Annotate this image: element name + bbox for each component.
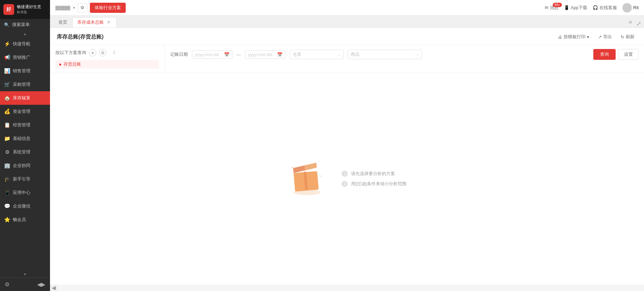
panel-close-icon[interactable]: × [627, 18, 634, 27]
sidebar-item-wechat[interactable]: 💬 企业微信 [0, 199, 50, 213]
sidebar-item-member[interactable]: ⭐ 畅会员 [0, 213, 50, 226]
page-header: 库存总账(存货总账) 🖨 按模板打印 ▾ ↗ 导出 ↻ 刷新 [50, 28, 644, 45]
calendar-start-icon[interactable]: 📅 [224, 52, 229, 57]
empty-illustration: ✦ ✦ ✦ [288, 159, 328, 199]
sidebar-item-quick-nav[interactable]: ⚡ 快捷导航 [0, 37, 50, 51]
topbar-left: ▓▓▓▓▓ ▾ ⚙ 体验行业方案 [55, 3, 541, 13]
right-panel[interactable]: ◀ [50, 285, 57, 291]
marketing-icon: 📢 [4, 54, 10, 60]
remove-scheme-button[interactable]: ⊙ [99, 49, 106, 56]
goods-placeholder: 商品 [351, 51, 360, 57]
print-button[interactable]: 🖨 按模板打印 ▾ [555, 32, 592, 41]
sidebar-item-app-center[interactable]: 📱 应用中心 [0, 186, 50, 199]
sidebar-item-label: 采购管理 [13, 81, 30, 88]
sidebar-item-label: 销售管理 [13, 68, 30, 74]
calendar-end-icon[interactable]: 📅 [277, 52, 282, 57]
panel-expand-icon[interactable]: ⤢ [636, 20, 641, 27]
filter-controls: 记账日期 yyyy-mm-dd 📅 — yyyy-mm-dd 📅 仓库 ··· [165, 45, 644, 73]
messages-button[interactable]: ✉ 消息 99+ [545, 5, 559, 11]
basic-info-icon: 📁 [4, 136, 10, 142]
app-download-button[interactable]: 📱 App下载 [564, 5, 587, 11]
refresh-label: 刷新 [626, 34, 635, 40]
sidebar-logo: 好 畅捷通好生意 标准版 [0, 0, 50, 19]
message-icon: ✉ [545, 5, 548, 10]
date-label: 记账日期 [170, 51, 188, 57]
empty-svg: ✦ ✦ ✦ [288, 159, 328, 199]
sidebar-scroll-up[interactable]: ▲ [0, 30, 50, 37]
sidebar-item-guide[interactable]: 🎓 新手引导 [0, 172, 50, 186]
goods-select[interactable]: 商品 ··· [348, 50, 422, 59]
sidebar-item-purchase[interactable]: 🛒 采购管理 [0, 78, 50, 91]
sidebar-item-enterprise[interactable]: 🏢 企业协同 [0, 159, 50, 172]
settings-footer-icon[interactable]: ⚙ [5, 281, 9, 288]
date-start-input[interactable]: yyyy-mm-dd 📅 [192, 50, 232, 59]
settings-button[interactable]: 设置 [618, 49, 639, 60]
scheme-item-inventory[interactable]: ● 存货总账 [55, 60, 159, 69]
sidebar-item-label: 资金管理 [13, 108, 30, 115]
add-scheme-button[interactable]: + [89, 49, 96, 56]
online-service-button[interactable]: 🎧 在线客服 [593, 5, 617, 11]
tab-close-icon[interactable]: × [106, 18, 112, 27]
wechat-icon: 💬 [4, 203, 10, 209]
service-icon: 🎧 [593, 5, 598, 10]
logo-icon: 好 [3, 4, 14, 15]
topbar-right: ✉ 消息 99+ 📱 App下载 🎧 在线客服 Rit [545, 3, 639, 13]
sidebar-item-label: 快捷导航 [13, 41, 30, 47]
export-button[interactable]: ↗ 导出 [595, 32, 615, 41]
sidebar-item-marketing[interactable]: 📢 营销推广 [0, 51, 50, 64]
user-menu[interactable]: Rit [622, 3, 639, 13]
logo-text: 畅捷通好生意 [17, 4, 41, 10]
empty-tips: 1 请先选择要分析的方案 2 用[过滤]条件来缩小分析范围 [342, 171, 406, 187]
warehouse-more-icon: ··· [337, 52, 341, 57]
refresh-button[interactable]: ↻ 刷新 [618, 32, 637, 41]
collapse-sidebar-icon[interactable]: ◀▶ [37, 281, 45, 288]
tab-home[interactable]: 首页 [53, 17, 72, 27]
tab-inventory-ledger[interactable]: 库存成本总账 × [72, 17, 117, 27]
sidebar-item-finance[interactable]: 💰 资金管理 [0, 105, 50, 118]
app-center-icon: 📱 [4, 190, 10, 196]
search-menu-label: 搜索菜单 [12, 22, 30, 28]
avatar [622, 3, 632, 13]
tip-text-1: 请先选择要分析的方案 [351, 171, 395, 177]
collapse-filter-button[interactable]: 《 [109, 49, 117, 56]
sidebar-scroll-down[interactable]: ▼ [0, 271, 50, 277]
warehouse-select[interactable]: 仓库 ··· [290, 50, 344, 59]
query-button[interactable]: 查询 [593, 49, 616, 60]
sidebar-item-inventory[interactable]: 🏠 库存核算 [0, 91, 50, 105]
date-start-placeholder: yyyy-mm-dd [195, 52, 219, 57]
page-actions: 🖨 按模板打印 ▾ ↗ 导出 ↻ 刷新 [555, 32, 637, 41]
filter-row-1: 记账日期 yyyy-mm-dd 📅 — yyyy-mm-dd 📅 仓库 ··· [170, 49, 639, 60]
tab-home-label: 首页 [58, 19, 67, 25]
date-separator: — [237, 52, 241, 57]
right-panel-collapse-icon: ◀ [52, 285, 56, 291]
breadcrumb-text: ▓▓▓▓▓ [55, 5, 70, 10]
sidebar-item-label: 基础信息 [13, 136, 30, 142]
sidebar-footer: ⚙ ◀▶ [0, 277, 50, 291]
tip-number-1: 1 [342, 171, 348, 177]
sidebar-item-label: 系统管理 [13, 149, 30, 155]
sidebar-item-label: 库存核算 [13, 95, 30, 101]
sidebar-item-operations[interactable]: 📋 经营管理 [0, 118, 50, 132]
finance-icon: 💰 [4, 108, 10, 115]
sidebar-item-basic-info[interactable]: 📁 基础信息 [0, 132, 50, 145]
topbar: ▓▓▓▓▓ ▾ ⚙ 体验行业方案 ✉ 消息 99+ 📱 App下载 🎧 在线客服 [50, 0, 644, 16]
sidebar-item-sales[interactable]: 📊 销售管理 [0, 64, 50, 78]
sidebar-item-system[interactable]: ⚙ 系统管理 [0, 145, 50, 159]
filter-container: 按以下方案查询 + ⊙ 《 ● 存货总账 记账日期 yyyy-mm-dd [50, 45, 644, 73]
search-menu[interactable]: 🔍 搜索菜单 [0, 19, 50, 30]
purchase-icon: 🛒 [4, 81, 10, 88]
scheme-panel-header: 按以下方案查询 + ⊙ 《 [55, 49, 159, 56]
trial-industry-button[interactable]: 体验行业方案 [90, 3, 126, 13]
tab-inventory-ledger-label: 库存成本总账 [77, 19, 104, 25]
refresh-icon: ↻ [621, 34, 624, 40]
sales-icon: 📊 [4, 68, 10, 74]
topbar-gear-button[interactable]: ⚙ [78, 3, 87, 13]
topbar-dropdown-icon[interactable]: ▾ [73, 5, 75, 10]
empty-state: ✦ ✦ ✦ 1 请先选择要分析的方案 2 用[过滤]条件来缩小分析范围 [50, 73, 644, 285]
sidebar-item-label: 企业协同 [13, 163, 30, 169]
breadcrumb: ▓▓▓▓▓ [55, 5, 70, 10]
print-label: 按模板打印 [564, 34, 586, 40]
sidebar: 好 畅捷通好生意 标准版 🔍 搜索菜单 ▲ ⚡ 快捷导航 📢 营销推广 📊 销售… [0, 0, 50, 291]
warehouse-placeholder: 仓库 [293, 51, 301, 57]
date-end-input[interactable]: yyyy-mm-dd 📅 [245, 50, 286, 59]
